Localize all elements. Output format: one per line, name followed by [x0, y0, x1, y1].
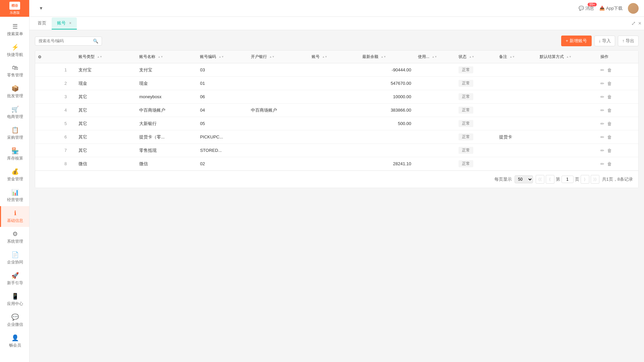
sidebar-item-inventory[interactable]: 🏪 库存核算 [0, 144, 29, 165]
tab-home[interactable]: 首页 [32, 17, 52, 29]
tab-close-icon[interactable]: × [69, 21, 71, 25]
row-action-2: ✏ 🗑 [598, 90, 638, 104]
row-type-5: 其它 [76, 130, 137, 144]
quick-nav-icon: ⚡ [11, 44, 19, 51]
col-usage-label: 使用... [418, 54, 429, 59]
row-usage-6 [415, 144, 456, 157]
edit-icon-1[interactable]: ✏ [600, 81, 604, 86]
col-bank[interactable]: 开户银行 ▲▼ [248, 51, 309, 63]
page-first-button[interactable]: ⟨⟨ [536, 175, 544, 184]
row-remark-0 [496, 63, 537, 77]
row-index-6: 7 [55, 144, 75, 157]
page-next-button[interactable]: ⟩ [581, 175, 589, 184]
user-avatar[interactable] [628, 3, 639, 14]
sidebar-item-label: 零售管理 [7, 72, 23, 78]
sidebar-item-ecommerce-manage[interactable]: 🛒 电商管理 [0, 102, 29, 123]
col-index [55, 51, 75, 63]
row-name-7: 微信 [137, 157, 197, 171]
message-button[interactable]: 💬 消息 99+ [579, 5, 594, 11]
row-action-5: ✏ 🗑 [598, 130, 638, 144]
edit-icon-6[interactable]: ✏ [600, 148, 604, 153]
col-default[interactable]: 默认结算方式 ▲▼ [537, 51, 598, 63]
sidebar-item-basic-info[interactable]: ℹ 基础信息 [0, 206, 29, 227]
edit-icon-3[interactable]: ✏ [600, 108, 604, 113]
sidebar-item-system-manage[interactable]: ⚙ 系统管理 [0, 227, 29, 248]
row-account-5 [309, 130, 360, 144]
status-badge-4: 正常 [459, 120, 473, 127]
col-balance[interactable]: 最新余额 ▲▼ [360, 51, 415, 63]
operation-icon: 📊 [11, 189, 19, 196]
col-usage[interactable]: 使用... ▲▼ [415, 51, 456, 63]
col-settings[interactable]: ⚙ [35, 51, 55, 63]
row-remark-5: 提货卡 [496, 130, 537, 144]
row-account-6 [309, 144, 360, 157]
edit-icon-4[interactable]: ✏ [600, 121, 604, 126]
col-type[interactable]: 账号类型 ▲▼ [76, 51, 137, 63]
app-download-button[interactable]: 📥 App下载 [599, 5, 623, 11]
search-box[interactable]: 🔍 [35, 37, 102, 46]
row-type-2: 其它 [76, 90, 137, 104]
page-last-button[interactable]: ⟩⟩ [591, 175, 599, 184]
sidebar-item-search-menu[interactable]: ☰ 搜索菜单 [0, 19, 29, 40]
export-button[interactable]: ↑ 导出 [618, 36, 639, 46]
settings-icon: ⚙ [38, 55, 42, 59]
sort-balance-icon: ▲▼ [381, 56, 386, 58]
row-index-1: 2 [55, 77, 75, 90]
fullscreen-button[interactable]: ⤢ [631, 20, 636, 26]
table-row: 6 其它 提货卡（零... PICKUPC... 正常 提货卡 ✏ 🗑 [35, 130, 638, 144]
page-size-select[interactable]: 10 20 50 100 [515, 175, 533, 183]
sidebar-item-purchase-manage[interactable]: 📋 采购管理 [0, 123, 29, 144]
table-header-row: ⚙ 账号类型 ▲▼ 账号名称 ▲▼ 账号编码 ▲▼ [35, 51, 638, 63]
sidebar-item-guide[interactable]: 🚀 新手引导 [0, 268, 29, 289]
sidebar-item-capital-manage[interactable]: 💰 资金管理 [0, 165, 29, 185]
delete-icon-4[interactable]: 🗑 [607, 121, 612, 126]
tab-account[interactable]: 账号 × [52, 17, 77, 29]
edit-icon-0[interactable]: ✏ [600, 67, 604, 73]
col-remark[interactable]: 备注 ▲▼ [496, 51, 537, 63]
account-table: ⚙ 账号类型 ▲▼ 账号名称 ▲▼ 账号编码 ▲▼ [35, 50, 639, 188]
edit-icon-5[interactable]: ✏ [600, 134, 604, 140]
sort-code-icon: ▲▼ [219, 56, 224, 58]
col-status[interactable]: 状态 ▲▼ [456, 51, 496, 63]
row-index-2: 3 [55, 90, 75, 104]
sidebar-item-app-center[interactable]: 📱 应用中心 [0, 289, 29, 310]
add-account-button[interactable]: + 新增账号 [561, 36, 592, 46]
row-code-6: STORED... [197, 144, 248, 157]
page-input[interactable] [561, 176, 574, 183]
sidebar-item-enterprise-agreement[interactable]: 📄 企业协同 [0, 248, 29, 268]
export-label: ↑ 导出 [622, 38, 634, 44]
delete-icon-5[interactable]: 🗑 [607, 134, 612, 140]
status-badge-6: 正常 [459, 147, 473, 154]
delete-icon-1[interactable]: 🗑 [607, 81, 612, 86]
row-remark-6 [496, 144, 537, 157]
header-dropdown[interactable]: ▼ [35, 4, 46, 12]
page-prev-button[interactable]: ⟨ [546, 175, 554, 184]
page-size-dropdown[interactable]: 10 20 50 100 [515, 175, 533, 183]
delete-icon-3[interactable]: 🗑 [607, 108, 612, 113]
row-remark-3 [496, 104, 537, 117]
sidebar-item-quick-nav[interactable]: ⚡ 快捷导航 [0, 40, 29, 61]
row-status-3: 正常 [456, 104, 496, 117]
edit-icon-2[interactable]: ✏ [600, 94, 604, 100]
sidebar-item-operation-manage[interactable]: 📊 经营管理 [0, 185, 29, 206]
row-usage-4 [415, 117, 456, 130]
delete-icon-6[interactable]: 🗑 [607, 148, 612, 153]
delete-icon-7[interactable]: 🗑 [607, 161, 612, 167]
import-button[interactable]: ↓ 导入 [594, 36, 615, 46]
delete-icon-2[interactable]: 🗑 [607, 94, 612, 100]
col-code[interactable]: 账号编码 ▲▼ [197, 51, 248, 63]
col-name[interactable]: 账号名称 ▲▼ [137, 51, 197, 63]
row-type-0: 支付宝 [76, 63, 137, 77]
close-button[interactable]: × [638, 20, 641, 26]
edit-icon-7[interactable]: ✏ [600, 161, 604, 167]
sidebar-item-retail-manage[interactable]: 🛍 零售管理 [0, 61, 29, 81]
search-input[interactable] [39, 39, 91, 43]
row-type-4: 其它 [76, 117, 137, 130]
sidebar-item-member[interactable]: 👤 畅会员 [0, 331, 29, 352]
sidebar-item-wholesale-manage[interactable]: 📦 批发管理 [0, 81, 29, 102]
row-settings-5 [35, 130, 55, 144]
sidebar-item-enterprise-wechat[interactable]: 💬 企业微信 [0, 310, 29, 331]
delete-icon-0[interactable]: 🗑 [607, 67, 612, 73]
table-row: 5 其它 大新银行 05 500.00 正常 ✏ 🗑 [35, 117, 638, 130]
col-account[interactable]: 账号 ▲▼ [309, 51, 360, 63]
